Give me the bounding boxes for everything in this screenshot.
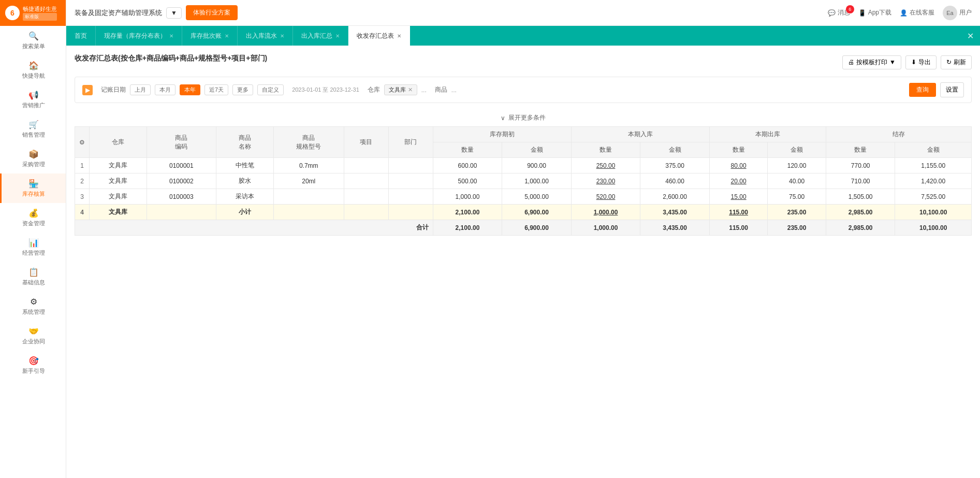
sidebar-item-sales[interactable]: 🛒 销售管理 xyxy=(0,114,66,144)
tab-home[interactable]: 首页 xyxy=(66,26,96,46)
sidebar-item-search[interactable]: 🔍 搜索菜单 xyxy=(0,26,66,55)
row-opening-qty: 1,000.00 xyxy=(433,189,502,205)
th-opening-qty: 数量 xyxy=(433,142,502,158)
subtotal-in-qty[interactable]: 1,000.00 xyxy=(571,205,640,220)
row-in-qty[interactable]: 250.00 xyxy=(571,158,640,173)
sidebar-item-marketing[interactable]: 📢 营销推广 xyxy=(0,85,66,114)
tab-inventory-close[interactable]: ✕ xyxy=(169,33,173,39)
th-in-qty: 数量 xyxy=(571,142,640,158)
row-opening-qty: 600.00 xyxy=(433,158,502,173)
home-icon: 🏠 xyxy=(28,61,39,70)
sidebar-item-basic[interactable]: 📋 基础信息 xyxy=(0,262,66,292)
enterprise-icon: 🤝 xyxy=(28,326,39,336)
row-balance-amount: 7,525.00 xyxy=(895,189,972,205)
th-in: 本期入库 xyxy=(571,127,709,142)
app-download-action[interactable]: 📱 App下载 xyxy=(858,8,891,17)
content-area: 收发存汇总表(按仓库+商品编码+商品+规格型号+项目+部门) 🖨 按模板打印 ▼… xyxy=(66,46,980,478)
sidebar-item-label: 资金管理 xyxy=(22,220,45,227)
this-year-btn[interactable]: 本年 xyxy=(180,84,200,95)
tab-batch-close[interactable]: ✕ xyxy=(225,33,229,39)
online-service-action[interactable]: 👤 在线客服 xyxy=(900,8,934,17)
messages-badge: 6 xyxy=(846,5,854,13)
expand-more-row[interactable]: ∨ 展开更多条件 xyxy=(75,109,972,126)
page-title: 收发存汇总表(按仓库+商品编码+商品+规格型号+项目+部门) xyxy=(75,54,267,63)
row-num: 1 xyxy=(75,158,90,173)
tab-inout-flow-label: 出入库流水 xyxy=(246,32,277,40)
top-bar: 装备及固定资产辅助管理系统 ▼ 体验行业方案 💬 消息 6 📱 App下载 👤 xyxy=(66,0,980,26)
row-out-amount: 40.00 xyxy=(768,173,826,189)
refresh-btn[interactable]: ↻ 刷新 xyxy=(941,55,972,69)
warehouse-dots[interactable]: ... xyxy=(421,86,427,94)
tab-inout-summary-close[interactable]: ✕ xyxy=(335,33,340,39)
th-goods-spec: 商品规格型号 xyxy=(273,127,344,158)
warehouse-tag-close[interactable]: ✕ xyxy=(408,86,413,93)
this-month-btn[interactable]: 本月 xyxy=(155,84,175,95)
tab-inout-flow-close[interactable]: ✕ xyxy=(280,33,284,39)
sidebar-item-inventory[interactable]: 🏪 库存核算 xyxy=(0,173,66,203)
subtotal-department xyxy=(388,205,433,220)
row-goods-code: 0100003 xyxy=(147,189,216,205)
filter-collapse-btn[interactable]: ▶ xyxy=(82,85,93,95)
sidebar-item-finance[interactable]: 💰 资金管理 xyxy=(0,203,66,233)
subtotal-num: 4 xyxy=(75,205,90,220)
row-goods-code: 0100001 xyxy=(147,158,216,173)
row-out-qty[interactable]: 15.00 xyxy=(709,189,768,205)
tabs-close-all[interactable]: ✕ xyxy=(961,31,980,41)
messages-action[interactable]: 💬 消息 6 xyxy=(828,8,850,17)
date-filter-label: 记账日期 xyxy=(101,85,126,94)
sidebar-item-quick-nav[interactable]: 🏠 快捷导航 xyxy=(0,55,66,85)
print-label: 按模板打印 xyxy=(856,58,887,67)
th-settings[interactable]: ⚙ xyxy=(75,127,90,158)
more-btn[interactable]: 更多 xyxy=(232,84,253,95)
sidebar-item-operation[interactable]: 📊 经营管理 xyxy=(0,233,66,262)
sidebar-item-purchase[interactable]: 📦 采购管理 xyxy=(0,144,66,173)
tab-inventory-label: 现存量（库存分布表） xyxy=(104,32,166,40)
th-out: 本期出库 xyxy=(709,127,826,142)
subtotal-opening-amount: 6,900.00 xyxy=(502,205,572,220)
row-out-qty[interactable]: 20.00 xyxy=(709,173,768,189)
tab-receipt-summary[interactable]: 收发存汇总表 ✕ xyxy=(348,26,410,46)
message-icon: 💬 xyxy=(828,9,836,17)
row-num: 2 xyxy=(75,173,90,189)
sidebar-item-guide[interactable]: 🎯 新手引导 xyxy=(0,351,66,380)
last7-btn[interactable]: 近7天 xyxy=(204,84,228,95)
tab-receipt-summary-close[interactable]: ✕ xyxy=(397,33,401,39)
sidebar-item-label: 基础信息 xyxy=(22,279,45,286)
data-table: ⚙ 仓库 商品编码 商品名称 商品规格型号 项目 部门 库存期初 本期入库 本期… xyxy=(75,126,972,236)
print-btn[interactable]: 🖨 按模板打印 ▼ xyxy=(842,55,901,69)
tab-inout-flow[interactable]: 出入库流水 ✕ xyxy=(238,26,293,46)
query-btn[interactable]: 查询 xyxy=(909,83,936,97)
row-in-qty[interactable]: 230.00 xyxy=(571,173,640,189)
row-warehouse: 文具库 xyxy=(90,158,147,173)
tab-batch[interactable]: 库存批次账 ✕ xyxy=(182,26,238,46)
th-project: 项目 xyxy=(344,127,388,158)
custom-btn[interactable]: 自定义 xyxy=(257,84,284,95)
experience-btn[interactable]: 体验行业方案 xyxy=(186,5,238,20)
export-icon: ⬇ xyxy=(911,59,916,66)
purchase-icon: 📦 xyxy=(28,149,39,159)
row-in-qty[interactable]: 520.00 xyxy=(571,189,640,205)
sidebar-item-label: 采购管理 xyxy=(22,161,45,168)
sidebar-item-label: 营销推广 xyxy=(22,102,45,109)
row-out-amount: 75.00 xyxy=(768,189,826,205)
sidebar-logo[interactable]: 6 畅捷通好生意 标准版 xyxy=(0,0,66,26)
row-out-qty[interactable]: 80.00 xyxy=(709,158,768,173)
subtotal-out-qty[interactable]: 115.00 xyxy=(709,205,768,220)
row-balance-amount: 1,420.00 xyxy=(895,173,972,189)
settings-btn[interactable]: 设置 xyxy=(940,82,964,97)
row-department xyxy=(388,158,433,173)
row-opening-amount: 5,000.00 xyxy=(502,189,572,205)
goods-dots[interactable]: ... xyxy=(451,86,457,94)
sidebar-item-system[interactable]: ⚙ 系统管理 xyxy=(0,292,66,321)
system-dropdown[interactable]: ▼ xyxy=(166,7,182,19)
export-btn[interactable]: ⬇ 导出 xyxy=(905,55,937,69)
tab-inventory[interactable]: 现存量（库存分布表） ✕ xyxy=(96,26,182,46)
subtotal-warehouse: 文具库 xyxy=(90,205,147,220)
tab-inout-summary[interactable]: 出入库汇总 ✕ xyxy=(293,26,348,46)
sidebar-item-enterprise[interactable]: 🤝 企业协同 xyxy=(0,321,66,351)
subtotal-goods-code xyxy=(147,205,216,220)
user-action[interactable]: Ea 用户 xyxy=(943,6,972,20)
expand-icon: ∨ xyxy=(501,114,505,122)
last-month-btn[interactable]: 上月 xyxy=(130,84,151,95)
tab-home-label: 首页 xyxy=(75,32,87,40)
